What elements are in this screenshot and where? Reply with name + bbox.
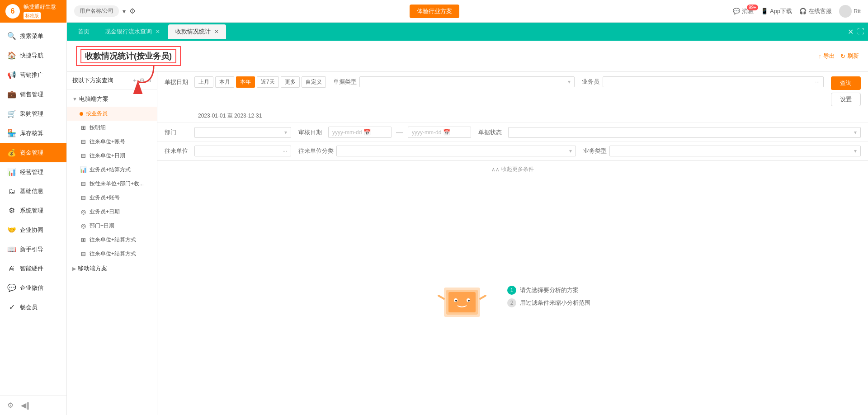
tab-bank-flow-label: 现金银行流水查询 [105, 28, 152, 36]
sidebar-item-wechat[interactable]: 💬 企业微信 [0, 278, 66, 297]
sidebar-item-purchase[interactable]: 🛒 采购管理 [0, 104, 66, 123]
sidebar-item-hardware[interactable]: 🖨 智能硬件 [0, 259, 66, 278]
sidebar-item-basic[interactable]: 🗂 基础信息 [0, 182, 66, 201]
tab-home[interactable]: 首页 [71, 24, 97, 39]
export-button[interactable]: ↑ 导出 [819, 52, 835, 60]
sidebar-item-beginner[interactable]: 📖 新手引导 [0, 240, 66, 259]
refresh-button[interactable]: ↻ 刷新 [840, 52, 859, 60]
date-btn-this-month[interactable]: 本月 [215, 76, 234, 88]
date-btn-last-month[interactable]: 上月 [194, 76, 213, 88]
dept-dropdown-icon: ▾ [284, 129, 287, 136]
scheme-item-salesman-label: 按业务员 [86, 110, 108, 118]
doc-status-select[interactable]: ▾ [508, 127, 861, 138]
tab-collection-stats-label: 收款情况统计 [175, 28, 211, 36]
date-range-display: 2023-01-01 至 2023-12-31 [198, 113, 262, 119]
partner-date-icon: ⊟ [80, 152, 87, 159]
review-date-to[interactable]: yyyy-mm-dd 📅 [408, 127, 471, 138]
main-area: 用户名称/公司 ▾ ⚙ 体验行业方案 💬 消息 99+ 📱 App下载 🎧 在线… [67, 0, 868, 415]
business-type-select[interactable]: ▾ [609, 146, 861, 156]
logo-icon: 6 [5, 4, 20, 19]
scheme-item-salesman-date[interactable]: ◎ 业务员+日期 [67, 205, 157, 219]
sidebar-item-company[interactable]: 🤝 企业协同 [0, 220, 66, 240]
scheme-list: ▼ 电脑端方案 按业务员 ⊞ 按明细 ⊟ 往来 [67, 90, 157, 415]
app-download-button[interactable]: 📱 App下载 [761, 7, 792, 15]
date-btn-more[interactable]: 更多 [281, 76, 300, 88]
collapse-sidebar-icon[interactable]: ◀‖ [21, 401, 30, 410]
refresh-icon: ↻ [840, 53, 845, 60]
scheme-item-detail[interactable]: ⊞ 按明细 [67, 121, 157, 135]
dropdown-icon[interactable]: ▾ [123, 8, 126, 15]
scheme-item-salesman[interactable]: 按业务员 [67, 107, 157, 121]
logo-area: 6 畅捷通好生意 标准版 [0, 0, 66, 23]
salesman-select[interactable]: ··· [603, 76, 824, 87]
message-button[interactable]: 💬 消息 99+ [733, 7, 754, 15]
svg-point-4 [455, 300, 457, 302]
partner-category-select[interactable]: ▾ [336, 146, 576, 156]
scheme-item-dept-date[interactable]: ◎ 部门+日期 [67, 219, 157, 233]
scheme-collapse-icon[interactable]: « [148, 77, 151, 84]
partner-settle1-icon: ⊞ [80, 236, 87, 243]
user-area[interactable]: Rit [839, 5, 861, 18]
partner-select[interactable]: ··· [194, 146, 291, 156]
scheme-group-desktop-title[interactable]: ▼ 电脑端方案 [67, 91, 157, 107]
scheme-item-detail-label: 按明细 [90, 124, 106, 132]
tab-bank-flow-close[interactable]: ✕ [156, 28, 160, 35]
settings-footer-icon[interactable]: ⚙ [7, 401, 14, 410]
header-left: 用户名称/公司 ▾ ⚙ [74, 5, 136, 17]
date-btn-this-year[interactable]: 本年 [236, 76, 255, 88]
query-button[interactable]: 查询 [831, 76, 861, 90]
illustration-svg [435, 269, 489, 324]
sidebar-item-quicknav[interactable]: 🏠 快捷导航 [0, 46, 66, 65]
dept-select[interactable]: ▾ [194, 127, 291, 138]
sidebar-item-sales[interactable]: 💼 销售管理 [0, 85, 66, 104]
scheme-item-partner-account[interactable]: ⊟ 往来单位+账号 [67, 135, 157, 149]
collapse-bar[interactable]: ∧∧ 收起更多条件 [157, 160, 868, 178]
export-label: 导出 [823, 52, 835, 60]
scheme-item-salesman-account[interactable]: ⊟ 业务员+账号 [67, 191, 157, 205]
scheme-group-mobile-title[interactable]: ▶ 移动端方案 [67, 261, 157, 276]
sidebar-footer: ⚙ ◀‖ [0, 395, 66, 415]
sidebar-item-sales-label: 销售管理 [20, 90, 43, 99]
tab-collection-stats-close[interactable]: ✕ [214, 28, 219, 35]
doc-type-select[interactable]: ▾ [359, 76, 575, 87]
sidebar-item-operation[interactable]: 📊 经营管理 [0, 162, 66, 182]
online-service-button[interactable]: 🎧 在线客服 [799, 7, 832, 15]
header-gear-icon[interactable]: ⚙ [129, 7, 136, 15]
collapse-icon: ∧∧ [491, 166, 500, 173]
sidebar-item-beginner-label: 新手引导 [20, 245, 43, 254]
scheme-add-icon[interactable]: + [133, 77, 137, 84]
date-label: 单据日期 [165, 78, 192, 86]
logo-badge: 标准版 [24, 12, 41, 19]
review-date-from[interactable]: yyyy-mm-dd 📅 [328, 127, 392, 138]
scheme-item-partner-dept[interactable]: ⊟ 按往来单位+部门+收... [67, 177, 157, 191]
date-btn-7days[interactable]: 近7天 [257, 76, 279, 88]
calendar-from-icon[interactable]: 📅 [363, 129, 371, 136]
content-area: 收款情况统计(按业务员) ↑ 导出 ↻ 刷新 按以下方案查询 [67, 41, 868, 415]
sidebar-item-marketing[interactable]: 📢 营销推广 [0, 65, 66, 85]
tab-close-window-icon[interactable]: ✕ [848, 28, 854, 36]
scheme-item-partner-date[interactable]: ⊟ 往来单位+日期 [67, 149, 157, 163]
partner-account-icon: ⊟ [80, 138, 87, 145]
scheme-item-partner-settle1[interactable]: ⊞ 往来单位+结算方式 [67, 233, 157, 247]
scheme-group-mobile-label: 移动端方案 [78, 264, 107, 273]
dept-date-icon: ◎ [80, 222, 87, 229]
date-btn-custom[interactable]: 自定义 [302, 76, 326, 88]
sidebar-item-system[interactable]: ⚙ 系统管理 [0, 201, 66, 220]
tab-collection-stats[interactable]: 收款情况统计 ✕ [168, 24, 226, 39]
scheme-item-salesman-settle[interactable]: 📊 业务员+结算方式 [67, 163, 157, 177]
dept-label: 部门 [165, 128, 192, 137]
sidebar-item-inventory[interactable]: 🏪 库存核算 [0, 123, 66, 143]
settings-button[interactable]: 设置 [831, 93, 861, 106]
tab-bank-flow[interactable]: 现金银行流水查询 ✕ [98, 24, 167, 39]
doc-type-dropdown-icon: ▾ [568, 79, 571, 85]
sidebar-item-search[interactable]: 🔍 搜索菜单 [0, 26, 66, 46]
sidebar-item-finance[interactable]: 💰 资金管理 [0, 143, 66, 162]
scheme-gear-icon[interactable]: ⚙ [139, 77, 145, 84]
calendar-to-icon[interactable]: 📅 [443, 129, 450, 136]
salesman-date-icon: ◎ [80, 208, 87, 215]
beginner-icon: 📖 [7, 245, 16, 254]
tab-maximize-icon[interactable]: ⛶ [857, 28, 864, 36]
sidebar-item-vip[interactable]: ✓ 畅会员 [0, 297, 66, 317]
scheme-item-partner-settle2[interactable]: ⊟ 往来单位+结算方式 [67, 247, 157, 261]
trial-button[interactable]: 体验行业方案 [410, 5, 459, 18]
